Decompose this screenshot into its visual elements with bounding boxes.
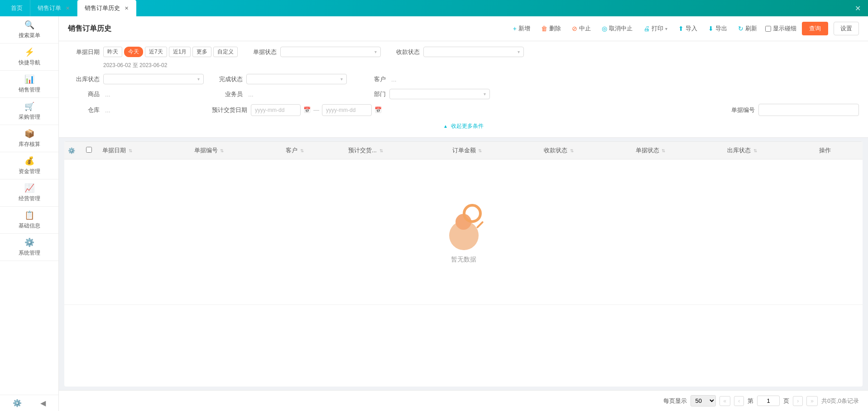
tab-sales-order[interactable]: 销售订单 ✕ — [30, 0, 77, 16]
doc-status-select[interactable]: ▾ — [280, 47, 381, 57]
sidebar-item-system[interactable]: ⚙️ 系统管理 — [0, 234, 58, 261]
cancel-stop-button[interactable]: ◎ 取消中止 — [599, 23, 635, 34]
display-columns-input[interactable] — [765, 26, 771, 32]
delete-icon: 🗑 — [541, 25, 547, 32]
tab-sales-order-history[interactable]: 销售订单历史 ✕ — [77, 0, 136, 16]
date-range-text: 2023-06-02 至 2023-06-02 — [103, 62, 167, 68]
collapse-row[interactable]: ▲ 收起更多条件 — [68, 121, 859, 132]
sidebar-item-search-label: 搜索菜单 — [19, 32, 40, 39]
sidebar-item-purchase[interactable]: 🛒 采购管理 — [0, 98, 58, 125]
sidebar-item-search[interactable]: 🔍 搜索菜单 — [0, 16, 58, 44]
sort-doc-date-icon[interactable]: ⇅ — [129, 148, 132, 153]
setting-button[interactable]: 设置 — [834, 22, 859, 35]
window-close-btn[interactable]: ✕ — [851, 4, 864, 13]
th-order-amount[interactable]: 订单金额 ⇅ — [449, 142, 541, 160]
data-table: ⚙️ 单据日期 ⇅ 单据编号 ⇅ 客户 — [64, 141, 863, 305]
th-doc-number[interactable]: 单据编号 ⇅ — [191, 142, 283, 160]
receipt-status-select[interactable]: ▾ — [423, 47, 524, 57]
prev-page-btn[interactable]: ‹ — [734, 396, 744, 406]
sidebar-item-inventory[interactable]: 📦 库存核算 — [0, 125, 58, 152]
page-number-input[interactable] — [757, 396, 780, 406]
page-label: 第 — [748, 397, 753, 405]
collapse-up-icon: ▲ — [443, 124, 448, 129]
date-btn-yesterday[interactable]: 昨天 — [103, 47, 122, 57]
product-input[interactable]: ... — [105, 91, 110, 98]
outbound-status-select[interactable]: ▾ — [103, 74, 204, 84]
display-columns-checkbox[interactable]: 显示碰细 — [765, 24, 796, 33]
date-btn-today[interactable]: 今天 — [124, 47, 143, 57]
sidebar-item-inventory-label: 库存核算 — [19, 140, 40, 148]
stop-button-label: 中止 — [579, 24, 591, 33]
export-button-label: 导出 — [715, 24, 727, 33]
receipt-status-arrow-icon: ▾ — [518, 49, 520, 54]
new-button[interactable]: + 新增 — [510, 23, 533, 34]
sort-doc-status-icon[interactable]: ⇅ — [662, 148, 665, 153]
delete-button-label: 删除 — [549, 24, 561, 33]
th-operations: 操作 — [815, 142, 863, 160]
pagination: 每页显示 10 20 50 100 « ‹ 第 页 › » 共0页,0条记录 — [59, 390, 868, 411]
last-page-btn[interactable]: » — [806, 396, 818, 406]
tab-sales-order-label: 销售订单 — [38, 4, 61, 12]
next-page-btn[interactable]: › — [793, 396, 803, 406]
sidebar-collapse-icon[interactable]: ◀ — [40, 399, 46, 407]
page-title: 销售订单历史 — [68, 24, 510, 39]
sort-expected-delivery-icon[interactable]: ⇅ — [379, 148, 383, 153]
print-arrow-icon: ▾ — [665, 26, 667, 31]
department-select[interactable]: ▾ — [389, 89, 490, 99]
completion-status-select[interactable]: ▾ — [246, 74, 347, 84]
doc-status-arrow-icon: ▾ — [374, 49, 377, 54]
customer-input[interactable]: ... — [391, 76, 397, 83]
warehouse-input[interactable]: ... — [105, 106, 110, 114]
expected-date-end[interactable]: yyyy-mm-dd — [322, 104, 372, 116]
date-btn-more[interactable]: 更多 — [192, 47, 211, 57]
sort-customer-icon[interactable]: ⇅ — [300, 148, 304, 153]
sidebar-item-finance[interactable]: 💰 资金管理 — [0, 152, 58, 179]
th-checkbox[interactable] — [82, 142, 99, 160]
sort-receipt-status-icon[interactable]: ⇅ — [570, 148, 574, 153]
import-icon: ⬆ — [678, 25, 684, 32]
date-filter-group: 昨天 今天 近7天 近1月 更多 自定义 — [103, 47, 238, 57]
th-doc-date[interactable]: 单据日期 ⇅ — [99, 142, 191, 160]
empty-magnifier-circle — [463, 204, 482, 223]
calendar-start-icon: 📅 — [303, 106, 311, 113]
sidebar-item-operations[interactable]: 📈 经营管理 — [0, 179, 58, 207]
print-button[interactable]: 🖨 打印 ▾ — [641, 23, 670, 34]
sort-outbound-status-icon[interactable]: ⇅ — [753, 148, 757, 153]
sort-doc-number-icon[interactable]: ⇅ — [220, 148, 224, 153]
sort-order-amount-icon[interactable]: ⇅ — [478, 148, 482, 153]
date-btn-custom[interactable]: 自定义 — [213, 47, 238, 57]
date-btn-7days[interactable]: 近7天 — [145, 47, 167, 57]
th-doc-status[interactable]: 单据状态 ⇅ — [632, 142, 724, 160]
filter-row-2: 出库状态 ▾ 完成状态 ▾ 客户 ... — [68, 74, 859, 84]
top-bar: 首页 销售订单 ✕ 销售订单历史 ✕ ✕ — [0, 0, 868, 16]
sidebar-settings-icon[interactable]: ⚙️ — [13, 399, 22, 407]
date-btn-1month[interactable]: 近1月 — [169, 47, 191, 57]
th-receipt-status-label: 收款状态 — [544, 147, 567, 154]
expected-date-start[interactable]: yyyy-mm-dd — [251, 104, 301, 116]
th-expected-delivery[interactable]: 预计交货... ⇅ — [345, 142, 448, 160]
th-outbound-status[interactable]: 出库状态 ⇅ — [724, 142, 815, 160]
salesperson-input[interactable]: ... — [248, 91, 254, 98]
sidebar-item-quicknav[interactable]: ⚡ 快捷导航 — [0, 44, 58, 71]
cancel-stop-button-label: 取消中止 — [609, 24, 633, 33]
stop-button[interactable]: ⊘ 中止 — [569, 23, 594, 34]
delete-button[interactable]: 🗑 删除 — [538, 23, 564, 34]
refresh-button[interactable]: ↻ 刷新 — [735, 23, 760, 34]
th-settings[interactable]: ⚙️ — [64, 142, 82, 160]
tab-sales-order-history-close[interactable]: ✕ — [125, 5, 129, 11]
import-button[interactable]: ⬆ 导入 — [676, 23, 700, 34]
th-customer[interactable]: 客户 ⇅ — [282, 142, 345, 160]
expected-date-group: yyyy-mm-dd 📅 — yyyy-mm-dd 📅 — [251, 104, 382, 116]
th-receipt-status[interactable]: 收款状态 ⇅ — [540, 142, 632, 160]
sidebar-item-basics[interactable]: 📋 基础信息 — [0, 207, 58, 234]
tab-sales-order-close[interactable]: ✕ — [66, 5, 70, 11]
export-button[interactable]: ⬇ 导出 — [705, 23, 730, 34]
query-button[interactable]: 查询 — [802, 22, 828, 35]
select-all-checkbox[interactable] — [86, 147, 92, 153]
tab-home[interactable]: 首页 — [4, 0, 30, 16]
first-page-btn[interactable]: « — [719, 396, 731, 406]
product-label: 商品 — [68, 90, 100, 98]
sidebar-item-sales[interactable]: 📊 销售管理 — [0, 71, 58, 98]
page-size-select[interactable]: 10 20 50 100 — [691, 395, 716, 406]
doc-number-input[interactable] — [758, 104, 859, 116]
